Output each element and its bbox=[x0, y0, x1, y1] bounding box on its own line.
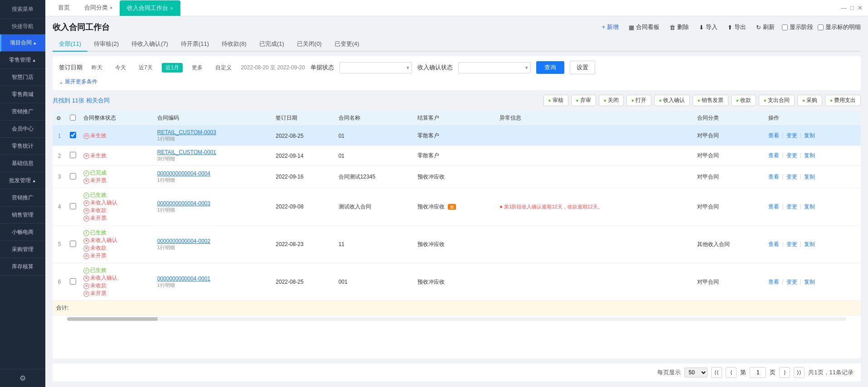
sidebar-item-project[interactable]: 项目合同 ▲ bbox=[0, 34, 45, 52]
row-code-link[interactable]: 0000000000004-0004 bbox=[157, 170, 210, 177]
import-button[interactable]: ⬇ 导入 bbox=[696, 22, 720, 32]
action-btn-查看[interactable]: 查看 bbox=[768, 152, 779, 160]
show-detail-checkbox[interactable] bbox=[818, 24, 824, 30]
action-btn-变更[interactable]: 变更 bbox=[786, 241, 797, 248]
action-btn-复制[interactable]: 复制 bbox=[804, 173, 815, 181]
table-row[interactable]: 3✓已完成✕未开票0000000000004-00041行明细2022-09-1… bbox=[53, 166, 861, 188]
sidebar-item-inventory[interactable]: 库存核算 bbox=[0, 258, 45, 276]
filter-tab-pending-invoice[interactable]: 待开票(11) bbox=[175, 37, 215, 52]
window-minimize[interactable]: — bbox=[841, 5, 847, 11]
new-button[interactable]: + 新增 bbox=[599, 22, 621, 32]
show-stage-checkbox[interactable] bbox=[782, 24, 788, 30]
sidebar-item-batch-mgmt[interactable]: 批发管理 ▲ bbox=[0, 172, 45, 189]
row-code-link[interactable]: RETAIL_CUSTOM-0001 bbox=[157, 149, 216, 155]
set-button[interactable]: 设置 bbox=[570, 61, 595, 74]
action-btn-查看[interactable]: 查看 bbox=[768, 241, 779, 248]
delete-button[interactable]: 🗑 删除 bbox=[667, 22, 692, 32]
income-confirm-select[interactable] bbox=[458, 62, 531, 73]
sidebar-item-purchase[interactable]: 采购管理 bbox=[0, 241, 45, 258]
filter-tab-pending-review[interactable]: 待审核(2) bbox=[87, 37, 125, 52]
action-btn-变更[interactable]: 变更 bbox=[786, 173, 797, 181]
row-checkbox[interactable] bbox=[70, 241, 76, 247]
sidebar-nav[interactable]: 快捷导航 bbox=[0, 19, 45, 34]
tab-contract-category[interactable]: 合同分类× bbox=[77, 0, 120, 16]
first-page-btn[interactable]: ⟨⟨ bbox=[711, 367, 722, 378]
action-btn-查看[interactable]: 查看 bbox=[768, 278, 779, 286]
filter-tab-all[interactable]: 全部(11) bbox=[53, 37, 87, 52]
row-code-link[interactable]: 0000000000004-0003 bbox=[157, 200, 210, 207]
per-page-select[interactable]: 50 100 200 bbox=[684, 368, 708, 377]
row-code-link[interactable]: RETAIL_CUSTOM-0003 bbox=[157, 129, 216, 135]
filter-tab-changed[interactable]: 已变更(4) bbox=[328, 37, 366, 52]
sidebar-search[interactable]: 搜索菜单 bbox=[0, 0, 45, 19]
sidebar-item-smart-store[interactable]: 智慧门店 bbox=[0, 69, 45, 86]
table-row[interactable]: 6✓已生效✕未收入确认✕未收款✕未开票0000000000004-00011行明… bbox=[53, 263, 861, 301]
row-checkbox[interactable] bbox=[70, 152, 76, 158]
toolbar-btn-close[interactable]: ● 关闭 bbox=[599, 95, 624, 106]
filter-tab-pending-payment[interactable]: 待收款(8) bbox=[215, 37, 253, 52]
filter-tab-done[interactable]: 已完成(1) bbox=[253, 37, 291, 52]
toolbar-btn-payout[interactable]: ● 支出合同 bbox=[759, 95, 795, 106]
date-btn-today[interactable]: 今天 bbox=[112, 63, 130, 73]
tab-income-workbench[interactable]: 收入合同工作台× bbox=[120, 0, 180, 16]
sidebar-settings[interactable]: ⚙ bbox=[0, 369, 45, 387]
expand-filter-button[interactable]: ⌄ 展开更多条件 bbox=[59, 78, 97, 86]
last-page-btn[interactable]: ⟩⟩ bbox=[794, 367, 805, 378]
horizontal-scrollbar[interactable] bbox=[53, 315, 861, 323]
action-btn-复制[interactable]: 复制 bbox=[804, 152, 815, 160]
date-btn-custom[interactable]: 自定义 bbox=[212, 63, 235, 73]
sidebar-item-retail-stat[interactable]: 零售统计 bbox=[0, 138, 45, 155]
refresh-button[interactable]: ↻ 刷新 bbox=[753, 22, 777, 32]
window-maximize[interactable]: □ bbox=[850, 5, 854, 11]
next-page-btn[interactable]: ⟩ bbox=[779, 367, 790, 378]
tab-home[interactable]: 首页 bbox=[51, 0, 77, 16]
action-btn-复制[interactable]: 复制 bbox=[804, 203, 815, 211]
row-checkbox[interactable] bbox=[70, 173, 76, 179]
row-code-link[interactable]: 0000000000004-0002 bbox=[157, 238, 210, 244]
tab-close-income-workbench[interactable]: × bbox=[170, 5, 173, 11]
table-row[interactable]: 2✕未生效RETAIL_CUSTOM-00013行明细2022-09-1401零… bbox=[53, 146, 861, 166]
action-btn-查看[interactable]: 查看 bbox=[768, 132, 779, 140]
row-code-link[interactable]: 0000000000004-0001 bbox=[157, 276, 210, 282]
filter-tab-pending-income[interactable]: 待收入确认(7) bbox=[125, 37, 175, 52]
page-number-input[interactable] bbox=[750, 367, 766, 378]
toolbar-btn-abandon[interactable]: ● 弃审 bbox=[571, 95, 596, 106]
select-all-checkbox[interactable] bbox=[70, 115, 76, 121]
row-checkbox[interactable] bbox=[70, 132, 76, 138]
table-row[interactable]: 5✓已生效✕未收入确认✕未收款✕未开票0000000000004-00021行明… bbox=[53, 226, 861, 263]
tab-close-contract-category[interactable]: × bbox=[110, 5, 112, 10]
table-row[interactable]: 1✕未生效RETAIL_CUSTOM-00031行明细2022-08-2501零… bbox=[53, 126, 861, 146]
action-btn-复制[interactable]: 复制 bbox=[804, 241, 815, 248]
filter-tab-closed[interactable]: 已关闭(0) bbox=[291, 37, 328, 52]
date-btn-1month[interactable]: 近1月 bbox=[162, 63, 183, 73]
kanban-button[interactable]: ▦ 合同看板 bbox=[626, 22, 662, 32]
toolbar-btn-expense[interactable]: ● 费用支出 bbox=[825, 95, 861, 106]
sidebar-item-retail-mall[interactable]: 零售商城 bbox=[0, 86, 45, 103]
row-checkbox[interactable] bbox=[70, 203, 76, 209]
action-btn-复制[interactable]: 复制 bbox=[804, 278, 815, 286]
show-detail-checkbox-label[interactable]: 显示标的明细 bbox=[818, 23, 861, 31]
action-btn-变更[interactable]: 变更 bbox=[786, 203, 797, 211]
action-btn-查看[interactable]: 查看 bbox=[768, 173, 779, 181]
export-button[interactable]: ⬆ 导出 bbox=[725, 22, 749, 32]
show-stage-checkbox-label[interactable]: 显示阶段 bbox=[782, 23, 813, 31]
sidebar-item-ecommerce[interactable]: 小畅电商 bbox=[0, 224, 45, 241]
action-btn-变更[interactable]: 变更 bbox=[786, 152, 797, 160]
action-btn-变更[interactable]: 变更 bbox=[786, 132, 797, 140]
sidebar-item-sales-mgmt[interactable]: 销售管理 bbox=[0, 207, 45, 224]
sidebar-item-retail-mgmt[interactable]: 零售管理 ▲ bbox=[0, 52, 45, 69]
date-btn-yesterday[interactable]: 昨天 bbox=[88, 63, 106, 73]
action-btn-复制[interactable]: 复制 bbox=[804, 132, 815, 140]
query-button[interactable]: 查询 bbox=[536, 61, 564, 74]
prev-page-btn[interactable]: ⟨ bbox=[726, 367, 737, 378]
toolbar-btn-review[interactable]: ● 审核 bbox=[543, 95, 568, 106]
doc-status-select[interactable] bbox=[339, 62, 412, 73]
window-close[interactable]: ✕ bbox=[858, 5, 863, 11]
sidebar-item-marketing2[interactable]: 营销推广 bbox=[0, 189, 45, 207]
date-btn-7days[interactable]: 近7天 bbox=[135, 63, 156, 73]
action-btn-查看[interactable]: 查看 bbox=[768, 203, 779, 211]
toolbar-btn-sales-invoice[interactable]: ● 销售发票 bbox=[693, 95, 728, 106]
date-btn-more[interactable]: 更多 bbox=[188, 63, 206, 73]
toolbar-btn-collect[interactable]: ● 收款 bbox=[731, 95, 756, 106]
toolbar-btn-print[interactable]: ● 打开 bbox=[626, 95, 651, 106]
